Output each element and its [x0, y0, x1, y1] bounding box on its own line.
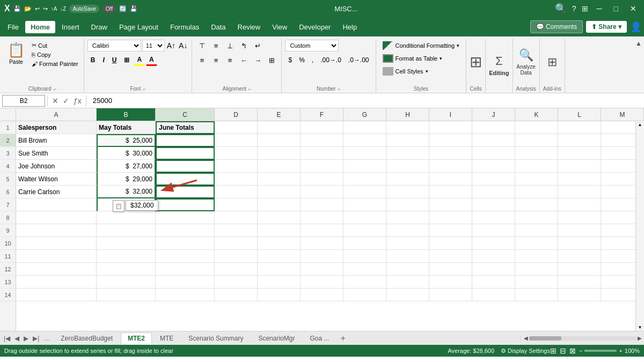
cell-d12[interactable]: [215, 263, 258, 276]
cell-e8[interactable]: [258, 211, 301, 224]
cell-b5[interactable]: $ 29,000: [97, 173, 156, 186]
cell-b9[interactable]: [97, 224, 156, 237]
cell-f8[interactable]: [301, 211, 343, 224]
cell-g14[interactable]: [343, 289, 386, 301]
cell-e2[interactable]: [258, 134, 301, 147]
cell-h3[interactable]: [386, 147, 429, 160]
menu-insert[interactable]: Insert: [56, 21, 85, 33]
cell-k7[interactable]: [515, 198, 558, 211]
cell-d2[interactable]: [215, 134, 258, 147]
hscroll-right-btn[interactable]: ▶: [638, 335, 642, 341]
merge-center-btn[interactable]: ⊞: [265, 54, 278, 66]
cell-k10[interactable]: [515, 237, 558, 250]
cell-c14[interactable]: [156, 289, 215, 301]
row-num-11[interactable]: 11: [0, 250, 16, 263]
row-num-4[interactable]: 4: [0, 160, 16, 173]
cell-d4[interactable]: [215, 160, 258, 173]
row-num-14[interactable]: 14: [0, 289, 16, 301]
cell-a6[interactable]: Carrie Carlson: [16, 186, 97, 198]
row-num-7[interactable]: 7: [0, 198, 16, 211]
cell-g6[interactable]: [343, 186, 386, 198]
name-box[interactable]: [2, 95, 45, 107]
align-middle-btn[interactable]: ≡: [209, 40, 222, 51]
cell-f13[interactable]: [301, 276, 343, 289]
align-bottom-btn[interactable]: ⊥: [223, 40, 236, 51]
decrease-font-btn[interactable]: A↓: [178, 40, 188, 51]
cell-i9[interactable]: [429, 224, 472, 237]
font-expand-icon[interactable]: ⌐: [143, 86, 145, 92]
cell-i1[interactable]: [429, 121, 472, 134]
cell-styles-button[interactable]: Cell Styles ▾: [379, 65, 463, 77]
cell-a3[interactable]: Sue Smith: [16, 147, 97, 160]
user-icon[interactable]: 👤: [630, 21, 642, 33]
number-expand-icon[interactable]: ⌐: [338, 86, 341, 92]
cell-l2[interactable]: [558, 134, 601, 147]
cell-g2[interactable]: [343, 134, 386, 147]
cell-h13[interactable]: [386, 276, 429, 289]
cell-e4[interactable]: [258, 160, 301, 173]
cell-f14[interactable]: [301, 289, 343, 301]
cell-l9[interactable]: [558, 224, 601, 237]
sheet-tab-scenariomgr[interactable]: ScenarioMgr: [251, 333, 302, 344]
decrease-indent-btn[interactable]: ←: [237, 54, 250, 66]
col-header-h[interactable]: H: [386, 108, 429, 121]
cell-h8[interactable]: [386, 211, 429, 224]
cell-b10[interactable]: [97, 237, 156, 250]
cell-d10[interactable]: [215, 237, 258, 250]
align-left-btn[interactable]: ≡: [195, 54, 208, 66]
cell-j2[interactable]: [472, 134, 515, 147]
cell-a8[interactable]: [16, 211, 97, 224]
cell-b2[interactable]: $ 25,000: [97, 134, 156, 147]
cell-c1[interactable]: June Totals: [156, 121, 215, 134]
cell-g5[interactable]: [343, 173, 386, 186]
cell-d14[interactable]: [215, 289, 258, 301]
col-header-c[interactable]: C: [156, 108, 215, 121]
paste-button[interactable]: 📋 Paste: [4, 40, 28, 67]
cell-e9[interactable]: [258, 224, 301, 237]
cell-k9[interactable]: [515, 224, 558, 237]
cell-f4[interactable]: [301, 160, 343, 173]
cell-l11[interactable]: [558, 250, 601, 263]
cell-f12[interactable]: [301, 263, 343, 276]
cell-f3[interactable]: [301, 147, 343, 160]
cell-a4[interactable]: Joe Johnson: [16, 160, 97, 173]
normal-view-btn[interactable]: ⊞: [550, 346, 557, 355]
cell-l8[interactable]: [558, 211, 601, 224]
cell-d9[interactable]: [215, 224, 258, 237]
cell-j6[interactable]: [472, 186, 515, 198]
cell-c12[interactable]: [156, 263, 215, 276]
menu-home[interactable]: Home: [25, 21, 55, 33]
horizontal-scrollbar[interactable]: [529, 336, 636, 341]
cell-b11[interactable]: [97, 250, 156, 263]
add-sheet-button[interactable]: +: [337, 334, 348, 343]
cell-g7[interactable]: [343, 198, 386, 211]
align-right-btn[interactable]: ≡: [223, 54, 236, 66]
sheet-tab-zerobasedbudget[interactable]: ZeroBasedBudget: [54, 333, 120, 344]
increase-indent-btn[interactable]: →: [251, 54, 264, 66]
font-family-select[interactable]: Calibri: [87, 40, 141, 51]
cell-f11[interactable]: [301, 250, 343, 263]
cell-c4[interactable]: [156, 160, 215, 173]
bold-button[interactable]: B: [87, 54, 99, 66]
sheet-tab-scenario-summary[interactable]: Scenario Summary: [181, 333, 250, 344]
cell-h7[interactable]: [386, 198, 429, 211]
cell-k6[interactable]: [515, 186, 558, 198]
quick-access-save[interactable]: 💾: [13, 5, 21, 12]
cell-d1[interactable]: [215, 121, 258, 134]
cell-d13[interactable]: [215, 276, 258, 289]
autosave-toggle[interactable]: Off: [103, 5, 116, 13]
decrease-decimal-btn[interactable]: .00→.0: [317, 54, 345, 66]
cell-a10[interactable]: [16, 237, 97, 250]
cell-b13[interactable]: [97, 276, 156, 289]
cell-e5[interactable]: [258, 173, 301, 186]
display-settings-btn[interactable]: ⚙ Display Settings: [501, 348, 550, 354]
row-num-10[interactable]: 10: [0, 237, 16, 250]
comments-button[interactable]: 💬 Comments: [530, 20, 583, 33]
col-header-k[interactable]: K: [515, 108, 558, 121]
page-break-view-btn[interactable]: ⊠: [569, 346, 576, 355]
cell-e10[interactable]: [258, 237, 301, 250]
cancel-formula-icon[interactable]: ✕: [52, 97, 58, 105]
row-num-12[interactable]: 12: [0, 263, 16, 276]
cell-h9[interactable]: [386, 224, 429, 237]
cell-i4[interactable]: [429, 160, 472, 173]
